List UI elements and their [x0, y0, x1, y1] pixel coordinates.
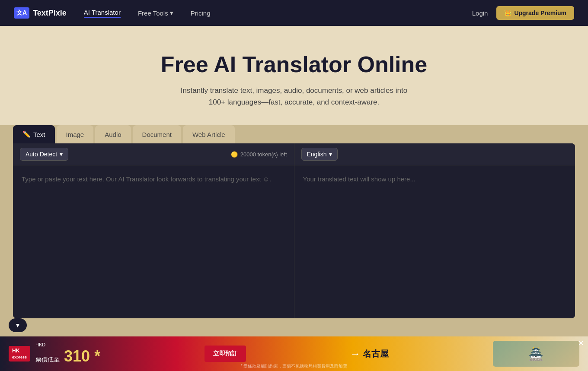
- ad-currency: HKD: [35, 342, 100, 347]
- crown-icon: 👑: [504, 10, 511, 16]
- hero-section: Free AI Translator Online Instantly tran…: [0, 26, 588, 125]
- ad-image: 🏯: [493, 341, 579, 367]
- ad-logo: HK express: [9, 346, 30, 361]
- target-lang-button[interactable]: English ▾: [301, 148, 338, 161]
- hero-subtitle-1: Instantly translate text, images, audio,…: [9, 85, 579, 96]
- chevron-icon: ▼: [15, 322, 21, 329]
- ad-logo-icon: HK: [12, 348, 19, 354]
- logo[interactable]: 文A TextPixie: [14, 7, 67, 19]
- nav-free-tools[interactable]: Free Tools ▾: [138, 9, 173, 17]
- nav-pricing[interactable]: Pricing: [191, 10, 211, 17]
- source-lang-header: Auto Detect ▾ 🟡 20000 token(s) left: [13, 143, 294, 165]
- tab-document[interactable]: Document: [133, 125, 181, 143]
- login-button[interactable]: Login: [472, 10, 488, 17]
- ad-logo-text: express: [12, 355, 27, 359]
- translation-panels: [13, 165, 575, 318]
- navbar-right: Login 👑 Upgrade Premium: [472, 6, 574, 20]
- ad-price: 票價低至 310 *: [35, 347, 100, 365]
- translator-header: Auto Detect ▾ 🟡 20000 token(s) left Engl…: [13, 143, 575, 165]
- tabs-container: ✏️ Text Image Audio Document Web Article: [13, 125, 575, 143]
- chevron-down-icon: ▾: [170, 9, 173, 17]
- ad-arrow-icon: →: [350, 348, 360, 360]
- nav-ai-translator[interactable]: AI Translator: [84, 9, 121, 18]
- translator-section: ✏️ Text Image Audio Document Web Article…: [0, 125, 588, 341]
- ad-castle-icon: 🏯: [528, 347, 543, 361]
- ad-price-container: HKD 票價低至 310 *: [35, 342, 100, 365]
- logo-text: TextPixie: [33, 9, 67, 18]
- target-textarea[interactable]: [294, 165, 575, 317]
- target-panel: [294, 165, 575, 318]
- ad-close-button[interactable]: ✕: [578, 339, 584, 347]
- tab-image[interactable]: Image: [57, 125, 94, 143]
- tab-audio[interactable]: Audio: [95, 125, 131, 143]
- ad-banner: HK express HKD 票價低至 310 * 立即預訂 → 名古屋 🏯 ✕…: [0, 336, 588, 371]
- token-info: 🟡 20000 token(s) left: [231, 151, 287, 158]
- source-panel: [13, 165, 294, 318]
- tab-web-article[interactable]: Web Article: [183, 125, 235, 143]
- ad-left: HK express HKD 票價低至 310 *: [9, 342, 100, 365]
- ad-destination: → 名古屋: [350, 348, 389, 360]
- source-lang-button[interactable]: Auto Detect ▾: [20, 148, 68, 161]
- chevron-down-icon: ▾: [329, 151, 332, 158]
- text-tab-icon: ✏️: [22, 130, 31, 138]
- scroll-down-button[interactable]: ▼: [9, 318, 27, 332]
- tab-text[interactable]: ✏️ Text: [13, 125, 55, 143]
- source-textarea[interactable]: [13, 165, 294, 317]
- token-icon: 🟡: [231, 151, 238, 158]
- chevron-down-icon: ▾: [60, 151, 63, 158]
- target-lang-header: English ▾: [294, 143, 575, 165]
- translator-box: Auto Detect ▾ 🟡 20000 token(s) left Engl…: [13, 143, 575, 318]
- navbar: 文A TextPixie AI Translator Free Tools ▾ …: [0, 0, 588, 26]
- ad-disclaimer: * 受條款及細則約束，票價不包括稅局相關費用及附加費: [241, 363, 348, 369]
- ad-cta-button[interactable]: 立即預訂: [205, 346, 246, 362]
- hero-subtitle-2: 100+ languages—fast, accurate, and conte…: [9, 96, 579, 108]
- logo-box: 文A: [14, 7, 29, 19]
- hero-title: Free AI Translator Online: [9, 52, 579, 78]
- upgrade-button[interactable]: 👑 Upgrade Premium: [496, 6, 574, 20]
- navbar-left: 文A TextPixie AI Translator Free Tools ▾ …: [14, 7, 211, 19]
